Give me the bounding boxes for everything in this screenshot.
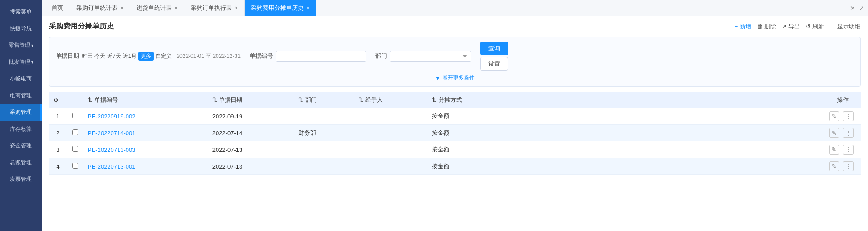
page-content: 采购费用分摊单历史 + 新增 🗑 删除 ↗ 导出 ↺ 刷新 显示明细 — [42, 16, 868, 231]
shortcut-yesterday[interactable]: 昨天 — [82, 52, 93, 60]
sidebar-item-purchase-mgmt[interactable]: 采购管理 — [0, 104, 42, 121]
show-columns-toggle[interactable]: 显示明细 — [830, 23, 861, 31]
action-icons: ✎⋮ — [829, 161, 856, 171]
row-doc-date: 2022-07-14 — [208, 125, 294, 141]
row-checkbox-cell — [67, 108, 83, 125]
refresh-icon: ↺ — [806, 23, 811, 30]
row-dept: 财务部 — [294, 125, 354, 141]
col-split-method: ⇅ 分摊方式 — [427, 92, 825, 108]
tab-purchase-order-exec[interactable]: 采购订单执行表× — [184, 0, 245, 16]
tab-close-purchase-order-stat[interactable]: × — [120, 5, 123, 11]
more-actions-icon[interactable]: ⋮ — [843, 161, 854, 171]
tab-label-home: 首页 — [52, 4, 63, 12]
sidebar-label-mini-ecom: 小畅电商 — [10, 75, 32, 82]
tab-goods-receipt-stat[interactable]: 进货单统计表× — [130, 0, 184, 16]
col-settings[interactable]: ⚙ — [49, 92, 67, 108]
row-dept — [294, 141, 354, 158]
refresh-button[interactable]: ↺ 刷新 — [806, 23, 824, 31]
sidebar-item-mini-ecom[interactable]: 小畅电商 — [0, 71, 42, 87]
expand-more-conditions[interactable]: ▼ 展开更多条件 — [56, 74, 854, 82]
shortcut-custom[interactable]: 自定义 — [156, 52, 172, 60]
sidebar-item-invoice-mgmt[interactable]: 发票管理 — [0, 171, 42, 188]
row-handler — [354, 158, 427, 175]
tab-close-purchase-order-exec[interactable]: × — [235, 5, 238, 11]
sidebar-label-search-menu: 搜索菜单 — [10, 9, 32, 15]
row-doc-no: PE-20220714-001 — [83, 125, 208, 141]
doc-no-link[interactable]: PE-20220713-003 — [88, 146, 136, 153]
maximize-window-icon[interactable]: ⤢ — [859, 5, 864, 12]
row-split-method: 按金额 — [427, 141, 825, 158]
more-actions-icon[interactable]: ⋮ — [843, 145, 854, 155]
row-doc-date: 2022-07-13 — [208, 158, 294, 175]
delete-button[interactable]: 🗑 删除 — [757, 23, 776, 31]
sort-handler-icon[interactable]: ⇅ — [359, 96, 363, 103]
sidebar-item-search-menu[interactable]: 搜索菜单 — [0, 4, 42, 20]
table-row: 1PE-20220919-0022022-09-19按金额✎⋮ — [49, 108, 861, 125]
tab-close-purchase-fee-split-history[interactable]: × — [307, 5, 310, 11]
chevron-right-icon: ▾ — [31, 60, 33, 65]
sort-doc-date-icon[interactable]: ⇅ — [212, 96, 217, 103]
sidebar-item-inventory-check[interactable]: 库存核算 — [0, 121, 42, 137]
sort-doc-no-icon[interactable]: ⇅ — [88, 96, 93, 103]
action-icons: ✎⋮ — [829, 145, 856, 155]
doc-no-link[interactable]: PE-20220713-001 — [88, 163, 136, 170]
data-table: ⚙ ⇅ 单据编号 ⇅ 单据日期 ⇅ 部门 ⇅ 经手人 ⇅ 分 — [49, 92, 861, 175]
more-actions-icon[interactable]: ⋮ — [843, 111, 854, 121]
shortcut-more[interactable]: 更多 — [138, 52, 154, 61]
more-actions-icon[interactable]: ⋮ — [843, 128, 854, 138]
row-number: 3 — [49, 141, 67, 158]
dept-select[interactable]: 财务部 — [390, 51, 471, 62]
doc-no-input[interactable] — [276, 51, 366, 62]
sort-split-method-icon[interactable]: ⇅ — [432, 96, 437, 103]
sidebar-item-wholesale-mgmt[interactable]: 批发管理▾ — [0, 54, 42, 71]
tab-label-goods-receipt-stat: 进货单统计表 — [137, 4, 172, 12]
trash-icon: 🗑 — [757, 23, 763, 30]
sort-dept-icon[interactable]: ⇅ — [298, 96, 303, 103]
sidebar-item-quick-nav[interactable]: 快捷导航 — [0, 20, 42, 37]
page-header: 采购费用分摊单历史 + 新增 🗑 删除 ↗ 导出 ↺ 刷新 显示明细 — [49, 22, 861, 31]
row-number: 4 — [49, 158, 67, 175]
tab-close-goods-receipt-stat[interactable]: × — [175, 5, 178, 11]
row-actions: ✎⋮ — [825, 158, 861, 175]
row-dept — [294, 158, 354, 175]
row-checkbox-cell — [67, 141, 83, 158]
sidebar-label-finance-mgmt: 资金管理 — [10, 142, 32, 149]
sidebar-item-ledger-mgmt[interactable]: 总账管理 — [0, 154, 42, 171]
tab-bar: 首页采购订单统计表×进货单统计表×采购订单执行表×采购费用分摊单历史× ✕ ⤢ — [42, 0, 868, 16]
table-body: 1PE-20220919-0022022-09-19按金额✎⋮2PE-20220… — [49, 108, 861, 175]
settings-button[interactable]: 设置 — [480, 57, 508, 71]
doc-no-link[interactable]: PE-20220714-001 — [88, 130, 136, 137]
shortcut-7days[interactable]: 近7天 — [107, 52, 121, 60]
col-doc-date: ⇅ 单据日期 — [208, 92, 294, 108]
chevron-right-icon: ▾ — [31, 43, 33, 48]
tab-home[interactable]: 首页 — [45, 0, 70, 16]
row-checkbox[interactable] — [72, 129, 78, 135]
export-button[interactable]: ↗ 导出 — [782, 23, 800, 31]
edit-icon[interactable]: ✎ — [829, 161, 839, 171]
row-split-method: 按金额 — [427, 125, 825, 141]
row-checkbox[interactable] — [72, 113, 78, 118]
chevron-down-icon: ▼ — [435, 75, 440, 81]
shortcut-1month[interactable]: 近1月 — [123, 52, 137, 60]
sidebar-item-ecom-mgmt[interactable]: 电商管理 — [0, 87, 42, 104]
row-actions: ✎⋮ — [825, 108, 861, 125]
row-doc-no: PE-20220919-002 — [83, 108, 208, 125]
row-checkbox[interactable] — [72, 163, 78, 169]
sidebar-item-retail-mgmt[interactable]: 零售管理▾ — [0, 37, 42, 54]
doc-no-link[interactable]: PE-20220919-002 — [88, 113, 136, 120]
action-icons: ✎⋮ — [829, 111, 856, 121]
edit-icon[interactable]: ✎ — [829, 128, 839, 138]
tab-purchase-order-stat[interactable]: 采购订单统计表× — [70, 0, 130, 16]
edit-icon[interactable]: ✎ — [829, 145, 839, 155]
query-button[interactable]: 查询 — [480, 42, 508, 55]
row-split-method: 按金额 — [427, 158, 825, 175]
show-columns-checkbox[interactable] — [830, 24, 835, 29]
edit-icon[interactable]: ✎ — [829, 111, 839, 121]
row-checkbox[interactable] — [72, 146, 78, 152]
close-window-icon[interactable]: ✕ — [850, 5, 855, 12]
shortcut-today[interactable]: 今天 — [94, 52, 105, 60]
tab-purchase-fee-split-history[interactable]: 采购费用分摊单历史× — [245, 0, 316, 16]
sidebar: 搜索菜单快捷导航零售管理▾批发管理▾小畅电商电商管理采购管理库存核算资金管理总账… — [0, 0, 42, 231]
sidebar-item-finance-mgmt[interactable]: 资金管理 — [0, 137, 42, 154]
add-button[interactable]: + 新增 — [735, 23, 751, 31]
